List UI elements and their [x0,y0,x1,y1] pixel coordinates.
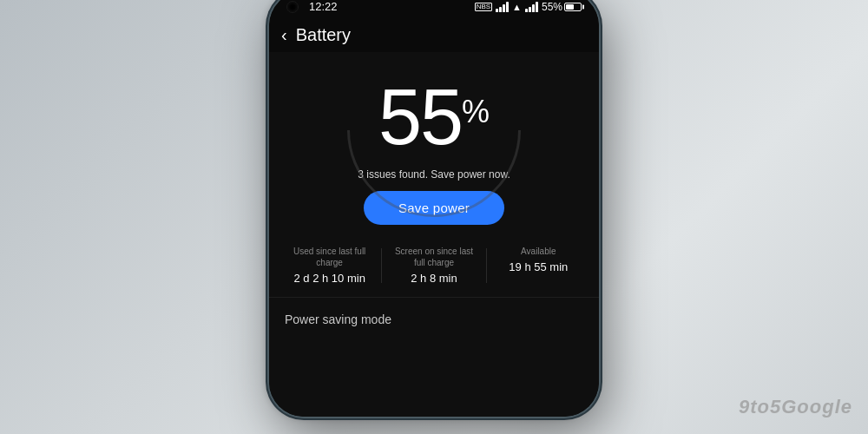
nav-title: Battery [296,25,351,45]
scene: 12:22 NBS ▲ [0,0,868,434]
stat-available: Available 19 h 55 min [487,246,590,285]
battery-fill [566,4,574,10]
stat-screen-value: 2 h 8 min [411,272,457,285]
stat-screen-on: Screen on since lastfull charge 2 h 8 mi… [382,246,485,285]
signal-bars-icon [496,2,509,12]
stat-used-label: Used since last fullcharge [293,246,365,268]
power-saving-label: Power saving mode [285,312,391,326]
battery-content: 55 % 3 issues found. Save power now. Sav… [269,52,599,417]
nav-bar: ‹ Battery [269,18,599,52]
phone: 12:22 NBS ▲ [269,0,599,417]
stat-used-value: 2 d 2 h 10 min [293,272,365,285]
wifi-icon: ▲ [512,2,522,12]
stat-available-value: 19 h 55 min [509,260,568,273]
watermark: 9to5Google [739,396,852,418]
stat-available-label: Available [521,246,556,257]
battery-status: 55% [542,1,582,13]
stat-used-since: Used since last fullcharge 2 d 2 h 10 mi… [278,246,381,285]
stats-row: Used since last fullcharge 2 d 2 h 10 mi… [269,232,599,285]
status-bar: 12:22 NBS ▲ [269,0,599,18]
screen: 12:22 NBS ▲ [269,0,599,417]
status-time: 12:22 [309,0,338,13]
carrier-signal-icon [525,2,538,12]
power-saving-section: Power saving mode [269,297,599,327]
battery-percent-text: 55% [542,1,562,13]
status-right: NBS ▲ [475,1,582,13]
back-button[interactable]: ‹ [281,25,287,45]
battery-percentage-container: 55 % [378,78,490,156]
camera-hole [286,1,299,13]
nfc-icon: NBS [475,3,492,11]
stat-screen-label: Screen on since lastfull charge [395,246,473,268]
status-left: 12:22 [286,0,338,13]
battery-icon-small [564,3,582,11]
